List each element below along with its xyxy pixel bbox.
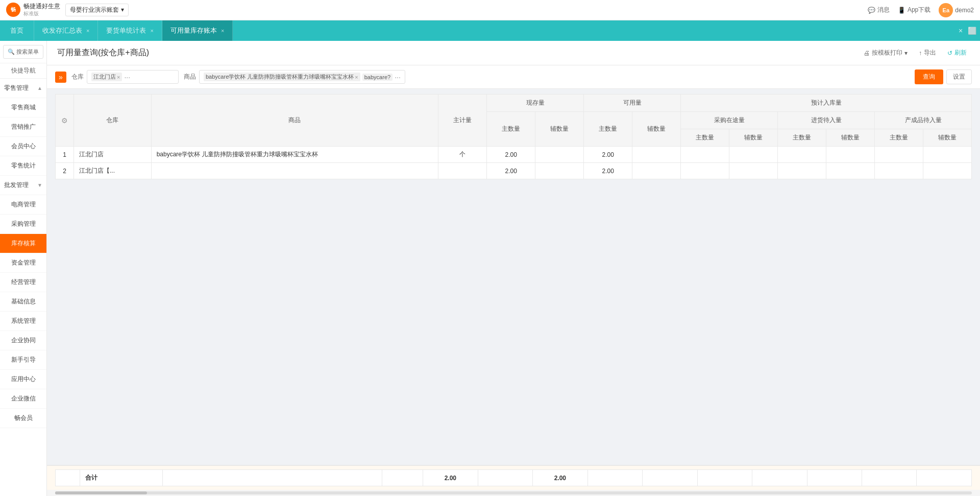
chevron-down-icon: ▼ <box>37 182 42 188</box>
cell-incoming-aux <box>826 147 875 163</box>
warehouse-more-icon[interactable]: ··· <box>124 73 130 81</box>
sidebar-item-enterprise[interactable]: 企业协同 <box>0 331 46 350</box>
sidebar-item-ops[interactable]: 经营管理 <box>0 273 46 292</box>
logo-sub: 标准版 <box>23 10 60 17</box>
user-area[interactable]: Ea demo2 <box>939 3 974 17</box>
sidebar-item-finance[interactable]: 资金管理 <box>0 253 46 273</box>
cell-unit <box>438 163 487 179</box>
logo-text: 畅捷通好生意 <box>23 3 60 10</box>
warehouse-input[interactable]: 江北门店 × ··· <box>87 70 179 84</box>
sidebar-item-member[interactable]: 会员中心 <box>0 137 46 156</box>
cell-production-aux <box>923 163 971 179</box>
cell-product <box>151 163 438 179</box>
th-warehouse: 仓库 <box>74 95 152 147</box>
product-more-icon[interactable]: ··· <box>395 73 401 81</box>
chevron-up-icon: ▲ <box>37 85 42 91</box>
scroll-bar[interactable] <box>47 490 980 496</box>
sidebar-item-app-center[interactable]: 应用中心 <box>0 370 46 389</box>
industry-label: 母婴行业演示账套 <box>70 6 119 14</box>
export-btn[interactable]: ↑ 导出 <box>916 47 939 59</box>
footer-empty-p2 <box>697 470 752 486</box>
cell-avail-main: 2.00 <box>584 163 632 179</box>
cell-incoming-main <box>778 147 826 163</box>
th-incoming-aux: 辅数量 <box>826 129 875 147</box>
product-tag1-remove[interactable]: × <box>355 74 358 80</box>
sidebar-item-app-center-label: 应用中心 <box>11 375 36 384</box>
app-icon: 📱 <box>898 7 905 14</box>
top-bar-left: 畅 畅捷通好生意 标准版 母婴行业演示账套 ▾ <box>6 3 129 17</box>
scroll-track <box>55 491 972 494</box>
sidebar-item-retail-store[interactable]: 零售商城 <box>0 98 46 117</box>
sidebar-item-new-guide[interactable]: 新手引导 <box>0 350 46 370</box>
app-download-btn[interactable]: 📱 App下载 <box>898 6 930 14</box>
th-purchase-aux: 辅数量 <box>729 129 778 147</box>
print-label: 按模板打印 <box>872 49 902 57</box>
th-settings: ⚙ <box>56 95 74 147</box>
message-btn[interactable]: 💬 消息 <box>868 6 890 14</box>
th-avail-main: 主数量 <box>584 112 632 147</box>
message-icon: 💬 <box>868 7 875 14</box>
tab-receive-close[interactable]: × <box>86 28 89 34</box>
footer-empty-avail-aux <box>587 470 642 486</box>
nav-label: 快捷导航 <box>11 66 36 75</box>
sidebar-item-purchase-label: 采购管理 <box>11 220 36 228</box>
tab-inventory[interactable]: 可用量库存账本 × <box>162 20 233 41</box>
product-tag1-value: babycare学饮杯 儿童防摔防撞吸管杯重力球吸嘴杯宝宝水杯 <box>206 73 354 81</box>
sidebar-item-retail-mgmt[interactable]: 零售管理 ▲ <box>0 79 46 98</box>
refresh-btn[interactable]: ↺ 刷新 <box>944 47 970 59</box>
sidebar-item-purchase[interactable]: 采购管理 <box>0 215 46 234</box>
content-area: 可用量查询(按仓库+商品) 🖨 按模板打印 ▾ ↑ 导出 ↺ 刷新 » <box>47 41 980 496</box>
cell-purchase-aux <box>729 163 778 179</box>
window-close-btn[interactable]: × <box>957 27 965 35</box>
th-incoming: 进货待入量 <box>778 112 875 129</box>
settings-btn[interactable]: 设置 <box>946 69 972 84</box>
footer-empty-settings <box>56 470 80 486</box>
th-purchase-main: 主数量 <box>681 129 729 147</box>
query-btn[interactable]: 查询 <box>915 69 943 84</box>
footer-empty-unit <box>382 470 423 486</box>
sidebar-item-ecommerce[interactable]: 电商管理 <box>0 195 46 215</box>
print-btn[interactable]: 🖨 按模板打印 ▾ <box>861 47 911 59</box>
settings-gear-icon[interactable]: ⚙ <box>61 116 68 125</box>
sidebar-item-basic-info[interactable]: 基础信息 <box>0 292 46 312</box>
tab-inventory-close[interactable]: × <box>221 28 224 34</box>
warehouse-tag-remove[interactable]: × <box>117 74 120 80</box>
sidebar-item-member-label: 会员中心 <box>11 142 36 151</box>
product-tag2-value: babycare? <box>364 74 390 80</box>
sidebar-item-basic-info-label: 基础信息 <box>11 297 36 306</box>
filter-expand-btn[interactable]: » <box>55 72 66 83</box>
sidebar-item-enterprise-wechat[interactable]: 企业微信 <box>0 389 46 409</box>
sidebar-item-retail-mgmt-label: 零售管理 <box>4 84 29 92</box>
footer-empty-p6 <box>917 470 972 486</box>
tab-home[interactable]: 首页 <box>0 20 34 41</box>
cell-product: babycare学饮杯 儿童防摔防撞吸管杯重力球吸嘴杯宝宝水杯 <box>151 147 438 163</box>
filter-actions: 查询 设置 <box>915 69 972 84</box>
scroll-thumb[interactable] <box>55 491 147 494</box>
sidebar-item-ecommerce-label: 电商管理 <box>11 200 36 209</box>
industry-selector[interactable]: 母婴行业演示账套 ▾ <box>65 4 129 16</box>
sidebar-item-inventory[interactable]: 库存核算 <box>0 234 46 253</box>
footer-empty-product <box>162 470 382 486</box>
tab-receive[interactable]: 收发存汇总表 × <box>34 20 98 41</box>
tab-order[interactable]: 要货单统计表 × <box>98 20 162 41</box>
sidebar-item-retail-stats[interactable]: 零售统计 <box>0 156 46 176</box>
chevron-down-icon: ▾ <box>904 50 908 57</box>
sidebar-item-enterprise-wechat-label: 企业微信 <box>11 394 36 403</box>
product-input[interactable]: babycare学饮杯 儿童防摔防撞吸管杯重力球吸嘴杯宝宝水杯 × babyca… <box>199 70 405 84</box>
refresh-label: 刷新 <box>954 49 967 57</box>
sidebar-item-sys[interactable]: 系统管理 <box>0 312 46 331</box>
sidebar-item-marketing[interactable]: 营销推广 <box>0 117 46 137</box>
sidebar-nav-btn[interactable]: 快捷导航 <box>0 63 46 79</box>
logo-icon: 畅 <box>6 3 20 17</box>
tab-order-close[interactable]: × <box>150 28 153 34</box>
sidebar-item-inventory-label: 库存核算 <box>11 239 36 248</box>
sidebar-item-member2[interactable]: 畅会员 <box>0 409 46 428</box>
sidebar-item-new-guide-label: 新手引导 <box>11 356 36 364</box>
window-restore-btn[interactable]: ⬜ <box>968 27 976 35</box>
th-unit: 主计量 <box>438 95 487 147</box>
cell-current-aux <box>535 147 584 163</box>
th-avail-aux: 辅数量 <box>632 112 681 147</box>
search-menu-btn[interactable]: 🔍 搜索菜单 <box>3 45 43 59</box>
sidebar-item-wholesale[interactable]: 批发管理 ▼ <box>0 176 46 195</box>
refresh-icon: ↺ <box>947 50 952 57</box>
